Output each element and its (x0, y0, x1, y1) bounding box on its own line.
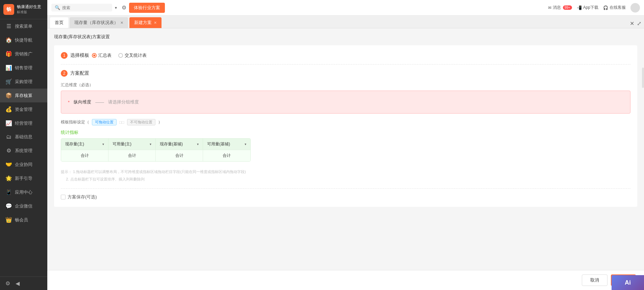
cancel-button[interactable]: 取消 (582, 274, 608, 286)
sidebar-item-apps[interactable]: 📱 应用中心 (0, 185, 47, 199)
tab-new-plan[interactable]: 新建方案 ✕ (129, 17, 162, 28)
stats-col-3[interactable]: 可用量(基辅) ▾ (203, 139, 250, 150)
stats-col-2[interactable]: 现存量(基辅) ▾ (156, 139, 203, 150)
save-option-label: 方案保存(可选) (68, 194, 97, 200)
stats-col-0[interactable]: 现存量(主) ▾ (61, 139, 108, 150)
content-area: 现存量(库存状况表)方案设置 1 选择模板 汇总表 交叉统计表 (47, 28, 644, 290)
speaker-icon[interactable]: ◀ (16, 280, 20, 287)
tab-inventory-status-label: 现存量（库存状况表） (74, 20, 118, 26)
col-1-chevron[interactable]: ▾ (150, 142, 151, 146)
col-3-chevron[interactable]: ▾ (245, 142, 246, 146)
message-badge: 99+ (563, 5, 572, 10)
sidebar-item-label: 基础信息 (15, 134, 32, 140)
trial-button[interactable]: 体验行业方案 (129, 3, 165, 13)
template-radio-group: 汇总表 交叉统计表 (92, 52, 147, 58)
sidebar-item-label: 营销推广 (15, 51, 32, 57)
step-divider (61, 64, 630, 65)
member-icon: 👑 (5, 217, 12, 223)
sidebar-item-system[interactable]: ⚙ 系统管理 (0, 144, 47, 158)
message-item[interactable]: ✉ 消息 99+ (548, 5, 572, 10)
user-avatar[interactable] (630, 3, 640, 13)
step2-number: 2 (61, 70, 68, 77)
stats-cell-1: 合计 (108, 150, 156, 161)
ai-badge-label: Ai (625, 279, 631, 286)
sidebar-item-wechat[interactable]: 💬 企业微信 (0, 199, 47, 213)
app-download-item[interactable]: 📲 App下载 (577, 5, 598, 10)
app-logo-icon: 畅 (3, 4, 14, 15)
col-0-chevron[interactable]: ▾ (102, 142, 104, 146)
headset-icon: 🎧 (603, 5, 608, 10)
sidebar-item-sales[interactable]: 📊 销售管理 (0, 61, 47, 75)
sidebar-item-label: 畅会员 (15, 217, 28, 223)
tab-new-plan-close-icon[interactable]: ✕ (154, 21, 157, 25)
guide-icon: 🌟 (5, 175, 12, 182)
app-subtitle: 标准版 (17, 10, 41, 15)
draggable-tag: 可拖动位置 (92, 119, 117, 125)
sidebar-item-label: 企业微信 (15, 203, 32, 209)
sidebar-item-guide[interactable]: 🌟 新手引导 (0, 171, 47, 185)
wechat-icon: 💬 (5, 203, 12, 209)
col-2-chevron[interactable]: ▾ (197, 142, 199, 146)
sidebar-item-label: 库存核算 (15, 93, 32, 99)
topbar-gear-icon[interactable]: ⚙ (122, 4, 126, 11)
stats-col-1[interactable]: 可用量(主) ▾ (108, 139, 156, 150)
required-mark: * (68, 100, 70, 105)
tips-item-1-indent (61, 177, 65, 181)
operations-icon: 📈 (5, 120, 12, 126)
radio-summary-circle (92, 53, 97, 58)
search-input[interactable] (62, 5, 103, 10)
sidebar-item-search-menu[interactable]: ☰ 搜索菜单 (0, 19, 47, 33)
tabs-bar: 首页 现存量（库存状况表） ✕ 新建方案 ✕ ✕ ⤢ (47, 16, 644, 28)
sidebar-item-inventory[interactable]: 📦 库存核算 (0, 89, 47, 102)
sidebar-item-operations[interactable]: 📈 经营管理 (0, 116, 47, 130)
sidebar-item-member[interactable]: 👑 畅会员 (0, 213, 47, 227)
sidebar-item-label: 资金管理 (15, 106, 32, 113)
topbar-dropdown-icon[interactable]: ▾ (115, 5, 117, 10)
sidebar: 畅 畅康通好生意 标准版 ☰ 搜索菜单 🏠 快捷导航 🎁 营销推广 📊 销售管理… (0, 0, 47, 290)
online-service-item[interactable]: 🎧 在线客服 (603, 5, 626, 10)
sidebar-item-label: 应用中心 (15, 189, 32, 195)
settings-icon[interactable]: ⚙ (5, 280, 10, 287)
stats-col-0-label: 现存量(主) (65, 141, 84, 147)
dimension-placeholder: 请选择分组维度 (108, 99, 139, 105)
sidebar-item-basic[interactable]: 🗂 基础信息 (0, 130, 47, 144)
sidebar-item-finance[interactable]: 💰 资金管理 (0, 102, 47, 116)
sales-icon: 📊 (5, 65, 12, 71)
sidebar-item-label: 采购管理 (15, 79, 32, 85)
tips-section: 提示： 1.拖动标题栏可以调整布局，不可跨维度或指标区域拖动栏目字段(只能在同一… (61, 168, 630, 183)
dimension-selector[interactable]: * 纵向维度 —— 请选择分组维度 (61, 91, 630, 114)
radio-cross[interactable]: 交叉统计表 (118, 52, 147, 58)
search-icon: 🔍 (55, 5, 60, 10)
step2-header: 2 方案配置 (61, 70, 630, 77)
stats-section-label: 统计指标 (61, 129, 630, 136)
topbar-right: ✉ 消息 99+ 📲 App下载 🎧 在线客服 (548, 3, 640, 13)
template-settings-prefix: 模板指标设定（ (61, 119, 89, 125)
radio-cross-label: 交叉统计表 (125, 52, 147, 58)
system-icon: ⚙ (5, 147, 12, 154)
search-bar[interactable]: 🔍 (51, 4, 112, 11)
sidebar-item-purchase[interactable]: 🛒 采购管理 (0, 75, 47, 89)
finance-icon: 💰 (5, 106, 12, 113)
save-checkbox[interactable] (61, 195, 66, 199)
tab-inventory-status[interactable]: 现存量（库存状况表） ✕ (70, 17, 128, 28)
template-settings-row: 模板指标设定（ 可拖动位置 □□ 不可拖动位置 ） (61, 119, 630, 125)
sidebar-item-enterprise[interactable]: 🤝 企业协同 (0, 158, 47, 171)
tab-home[interactable]: 首页 (50, 17, 68, 28)
tab-expand-button[interactable]: ⤢ (637, 20, 641, 27)
ai-badge[interactable]: Ai (612, 275, 644, 290)
tab-inventory-close-icon[interactable]: ✕ (120, 21, 123, 25)
radio-summary[interactable]: 汇总表 (92, 52, 112, 58)
step1-title: 选择模板 (70, 52, 89, 58)
step2-section: 2 方案配置 汇总维度（必选） * 纵向维度 —— 请选择分组维度 模板指标设定… (61, 70, 630, 183)
message-label: 消息 (553, 5, 561, 10)
sidebar-item-label: 企业协同 (15, 162, 32, 168)
sidebar-item-marketing[interactable]: 🎁 营销推广 (0, 47, 47, 61)
main: 🔍 ▾ ⚙ 体验行业方案 ✉ 消息 99+ 📲 App下载 🎧 在线客服 (47, 0, 644, 290)
radio-summary-label: 汇总表 (98, 52, 112, 58)
tab-close-button[interactable]: ✕ (630, 20, 634, 27)
sidebar-item-quick-nav[interactable]: 🏠 快捷导航 (0, 33, 47, 47)
online-service-label: 在线客服 (610, 5, 626, 10)
app-download-label: App下载 (583, 5, 598, 10)
template-settings-mid: □□ (119, 120, 124, 125)
stats-cell-2: 合计 (156, 150, 203, 161)
